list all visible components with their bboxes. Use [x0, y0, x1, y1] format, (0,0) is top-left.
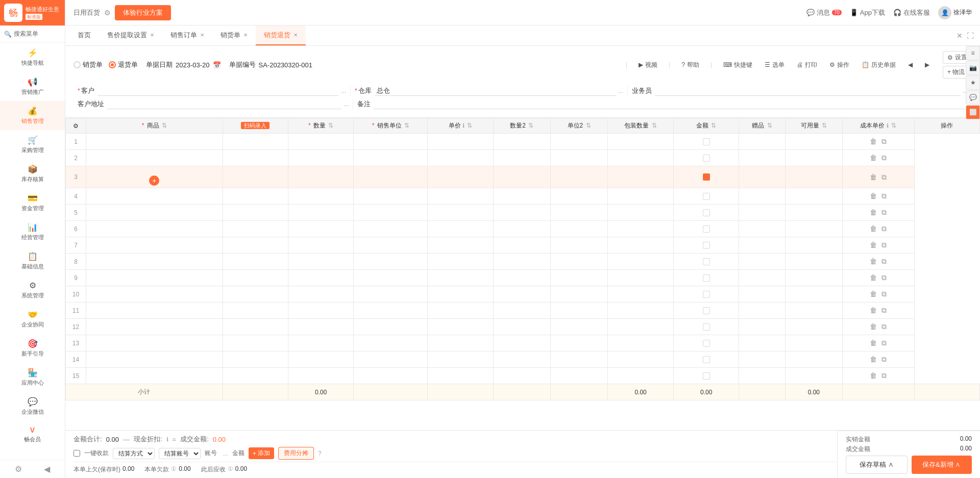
row-amount-1[interactable] [608, 134, 674, 150]
row-available-5[interactable] [739, 205, 785, 221]
row-qty2-11[interactable] [428, 303, 493, 319]
row-product-14[interactable] [86, 351, 223, 368]
row-available-3[interactable] [739, 166, 785, 188]
row-sales-unit-12[interactable] [288, 319, 354, 335]
row-pkg-qty-1[interactable] [550, 134, 607, 150]
account-dots-btn[interactable]: ... [223, 450, 228, 457]
accounting-select[interactable]: 结算账号 [159, 448, 201, 459]
row-product-1[interactable] [86, 134, 223, 150]
online-service-btn[interactable]: 🎧 在线客服 [893, 8, 930, 17]
row-unit2-5[interactable] [493, 205, 550, 221]
copy-icon-9[interactable]: ⧉ [881, 273, 887, 282]
delete-icon-14[interactable]: 🗑 [870, 355, 877, 363]
row-unit-price-4[interactable] [354, 188, 428, 205]
row-unit-price-13[interactable] [354, 335, 428, 351]
row-gift-6[interactable] [674, 221, 739, 237]
gift-checkbox-4[interactable] [703, 193, 710, 200]
gift-checkbox-9[interactable] [703, 274, 710, 282]
product-input-3[interactable] [90, 168, 218, 175]
right-panel-btn-3[interactable]: ★ [966, 76, 980, 90]
copy-icon-8[interactable]: ⧉ [881, 257, 887, 265]
row-product-11[interactable] [86, 303, 223, 319]
copy-icon-3[interactable]: ⧉ [881, 173, 887, 181]
row-gift-8[interactable] [674, 254, 739, 270]
history-btn[interactable]: 📋 历史单据 [859, 59, 899, 71]
sidebar-item-basic[interactable]: 📋 基础信息 [0, 246, 65, 275]
row-unit2-2[interactable] [493, 150, 550, 166]
row-product-10[interactable] [86, 286, 223, 303]
print-btn[interactable]: 🖨 打印 [794, 59, 820, 71]
row-qty2-10[interactable] [428, 286, 493, 303]
operate-btn[interactable]: ⚙ 操作 [826, 59, 852, 71]
row-cost-price-2[interactable] [785, 150, 842, 166]
sidebar-item-appstore[interactable]: 🏪 应用中心 [0, 363, 65, 392]
row-available-10[interactable] [739, 286, 785, 303]
row-qty-14[interactable] [223, 351, 288, 368]
row-unit2-4[interactable] [493, 188, 550, 205]
right-panel-btn-1[interactable]: ≡ [966, 46, 980, 60]
row-cost-price-10[interactable] [785, 286, 842, 303]
one-click-payment-checkbox[interactable] [74, 450, 80, 457]
row-gift-11[interactable] [674, 303, 739, 319]
row-product-3[interactable]: + [86, 166, 223, 188]
gift-checkbox-1[interactable] [703, 138, 710, 145]
row-pkg-qty-8[interactable] [550, 254, 607, 270]
row-amount-7[interactable] [608, 237, 674, 254]
row-sales-unit-4[interactable] [288, 188, 354, 205]
row-qty-7[interactable] [223, 237, 288, 254]
sidebar-item-guide[interactable]: 🎯 新手引导 [0, 334, 65, 363]
row-qty-2[interactable] [223, 150, 288, 166]
tab-close-sales-delivery[interactable]: ✕ [243, 32, 248, 38]
tab-sales-return[interactable]: 销货退货 ✕ [256, 26, 306, 45]
row-cost-price-13[interactable] [785, 335, 842, 351]
col-scan[interactable]: 扫码录入 [223, 118, 288, 134]
delete-icon-10[interactable]: 🗑 [870, 290, 877, 298]
row-product-4[interactable] [86, 188, 223, 205]
row-available-4[interactable] [739, 188, 785, 205]
delete-icon-7[interactable]: 🗑 [870, 241, 877, 249]
row-unit2-11[interactable] [493, 303, 550, 319]
discount-info-icon[interactable]: ℹ [166, 436, 168, 443]
select-order-btn[interactable]: ☰ 选单 [762, 59, 788, 71]
row-gift-7[interactable] [674, 237, 739, 254]
row-amount-12[interactable] [608, 319, 674, 335]
row-amount-9[interactable] [608, 270, 674, 286]
add-payment-btn[interactable]: + 添加 [249, 447, 274, 459]
topbar-settings-icon[interactable]: ⚙ [104, 9, 111, 17]
sidebar-item-operations[interactable]: 📊 经营管理 [0, 217, 65, 246]
remark-input[interactable] [374, 99, 968, 109]
sidebar-item-sales[interactable]: 💰 销售管理 [0, 101, 65, 130]
warehouse-input[interactable] [375, 86, 616, 96]
cost-split-btn[interactable]: 费用分摊 [278, 447, 314, 460]
copy-icon-13[interactable]: ⧉ [881, 339, 887, 347]
row-amount-11[interactable] [608, 303, 674, 319]
row-sales-unit-2[interactable] [288, 150, 354, 166]
row-product-6[interactable] [86, 221, 223, 237]
row-sales-unit-3[interactable] [288, 166, 354, 188]
date-value[interactable]: 2023-03-20 [176, 61, 210, 69]
window-maximize-btn[interactable]: ⛶ [967, 32, 974, 40]
row-pkg-qty-3[interactable] [550, 166, 607, 188]
sidebar-item-enterprise[interactable]: 🤝 企业协同 [0, 305, 65, 334]
row-sales-unit-1[interactable] [288, 134, 354, 150]
row-sales-unit-10[interactable] [288, 286, 354, 303]
row-sales-unit-13[interactable] [288, 335, 354, 351]
gift-checkbox-6[interactable] [703, 225, 710, 233]
row-unit2-15[interactable] [493, 368, 550, 384]
row-cost-price-12[interactable] [785, 319, 842, 335]
row-cost-price-1[interactable] [785, 134, 842, 150]
right-panel-btn-4[interactable]: 💬 [966, 90, 980, 105]
row-unit2-6[interactable] [493, 221, 550, 237]
row-unit2-7[interactable] [493, 237, 550, 254]
row-unit-price-11[interactable] [354, 303, 428, 319]
customer-input[interactable] [97, 86, 339, 96]
row-amount-3[interactable] [608, 166, 674, 188]
gift-checkbox-2[interactable] [703, 155, 710, 162]
row-sales-unit-11[interactable] [288, 303, 354, 319]
row-available-7[interactable] [739, 237, 785, 254]
settlement-select[interactable]: 结算方式 [113, 448, 155, 459]
row-available-14[interactable] [739, 351, 785, 368]
row-qty-15[interactable] [223, 368, 288, 384]
row-qty-4[interactable] [223, 188, 288, 205]
row-product-8[interactable] [86, 254, 223, 270]
